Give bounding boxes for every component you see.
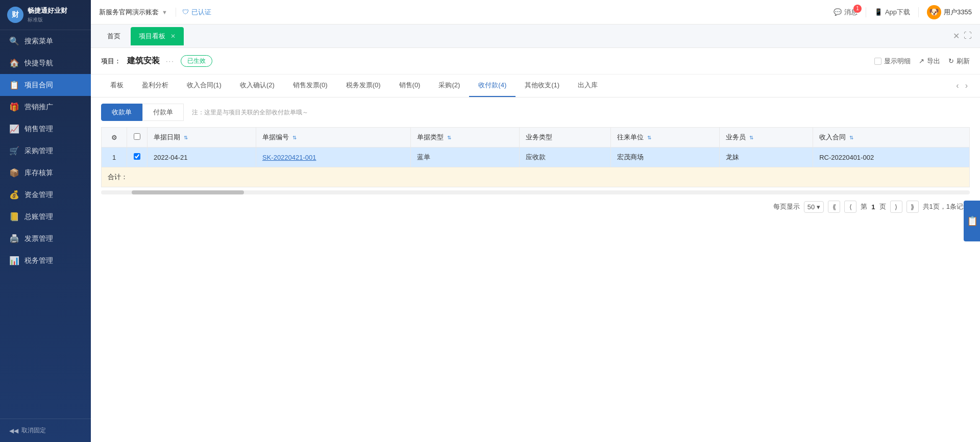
sub-tab-in-out[interactable]: 出入库 — [569, 75, 607, 97]
cart-icon: 🛒 — [9, 146, 19, 156]
first-page-button[interactable]: ⟪ — [828, 201, 840, 213]
scrollbar-thumb[interactable] — [132, 190, 244, 194]
tab-close-icon[interactable]: ✕ — [170, 33, 176, 40]
app-download-button[interactable]: 📱 App下载 — [874, 8, 910, 17]
btn-tab-receipt[interactable]: 收款单 — [101, 104, 142, 121]
sidebar-item-funds[interactable]: 💰 资金管理 — [0, 184, 91, 206]
sidebar-item-sales[interactable]: 📈 销售管理 — [0, 118, 91, 140]
avatar: 🐶 — [927, 5, 941, 19]
phone-icon: 📱 — [874, 8, 883, 16]
show-detail-checkbox[interactable] — [874, 58, 881, 65]
btn-tab-payment[interactable]: 付款单 — [142, 104, 184, 121]
gift-icon: 🎁 — [9, 102, 19, 112]
project-status-badge: 已生效 — [181, 55, 212, 67]
sidebar-item-label: 发票管理 — [24, 234, 53, 243]
export-button[interactable]: ↗ 导出 — [919, 57, 940, 66]
per-page-value: 50 — [807, 203, 815, 211]
sidebar-item-search[interactable]: 🔍 搜索菜单 — [0, 30, 91, 52]
unpin-button[interactable]: ◀◀ 取消固定 — [0, 419, 91, 442]
show-detail-label: 显示明细 — [884, 57, 911, 66]
sidebar-item-shortcut[interactable]: 🏠 快捷导航 — [0, 52, 91, 74]
cell-number[interactable]: SK-20220421-001 — [256, 148, 410, 167]
sidebar-item-inventory[interactable]: 📦 库存核算 — [0, 162, 91, 184]
sidebar-item-label: 搜索菜单 — [24, 37, 53, 46]
sidebar-item-label: 快捷导航 — [24, 59, 53, 68]
sub-tab-receipt[interactable]: 收付款(4) — [469, 75, 516, 97]
sidebar-item-contract[interactable]: 📋 项目合同 — [0, 74, 91, 96]
col-partner[interactable]: 往来单位 ⇅ — [611, 128, 720, 148]
sidebar-item-label: 库存核算 — [24, 168, 53, 178]
col-checkbox[interactable] — [127, 128, 148, 148]
per-page-select[interactable]: 50 ▾ — [804, 201, 824, 213]
sub-tab-next-icon[interactable]: › — [963, 79, 970, 92]
maximize-window-icon[interactable]: ⛶ — [964, 31, 972, 41]
refresh-label: 刷新 — [957, 57, 970, 66]
sort-salesperson-icon: ⇅ — [749, 135, 753, 140]
ledger-icon: 📒 — [9, 212, 19, 222]
refresh-button[interactable]: ↻ 刷新 — [948, 57, 970, 66]
printer-icon: 🖨️ — [9, 234, 19, 243]
per-page-label: 每页显示 — [773, 202, 800, 211]
account-selector[interactable]: 新服务官网演示账套 ▼ — [99, 8, 176, 17]
project-name: 建筑安装 — [127, 56, 160, 66]
per-page-arrow-icon: ▾ — [817, 203, 820, 211]
close-window-icon[interactable]: ✕ — [953, 31, 960, 41]
page-prefix: 第 — [861, 202, 867, 211]
show-detail-toggle[interactable]: 显示明细 — [874, 57, 911, 66]
col-number[interactable]: 单据编号 ⇅ — [256, 128, 410, 148]
export-icon: ↗ — [919, 57, 924, 65]
sidebar-item-purchase[interactable]: 🛒 采购管理 — [0, 140, 91, 162]
row-checkbox[interactable] — [134, 153, 140, 160]
last-page-button[interactable]: ⟫ — [906, 201, 919, 213]
sort-partner-icon: ⇅ — [647, 135, 651, 140]
cell-checkbox[interactable] — [127, 148, 148, 167]
certified-badge: 🛡 已认证 — [182, 8, 211, 17]
sub-tab-sales-invoice[interactable]: 销售发票(0) — [284, 75, 337, 97]
sub-tab-income-contract[interactable]: 收入合同(1) — [178, 75, 231, 97]
sub-tab-tax-invoice[interactable]: 税务发票(0) — [337, 75, 390, 97]
col-type[interactable]: 单据类型 ⇅ — [411, 128, 520, 148]
sub-tab-other-expense[interactable]: 其他收支(1) — [516, 75, 569, 97]
sidebar-item-marketing[interactable]: 🎁 营销推广 — [0, 96, 91, 118]
message-button[interactable]: 💬 消息 1 — [834, 8, 857, 17]
sub-tab-profit[interactable]: 盈利分析 — [133, 75, 178, 97]
sub-tab-purchase[interactable]: 采购(2) — [429, 75, 469, 97]
col-date[interactable]: 单据日期 ⇅ — [148, 128, 256, 148]
app-download-label: App下载 — [885, 8, 910, 17]
float-right-icon: 📋 — [966, 215, 977, 227]
sidebar-item-ledger[interactable]: 📒 总账管理 — [0, 206, 91, 228]
sidebar-item-tax[interactable]: 📊 税务管理 — [0, 250, 91, 272]
project-more-button[interactable]: ··· — [166, 57, 175, 65]
col-income-contract-label: 收入合同 — [819, 133, 846, 141]
sort-income-contract-icon: ⇅ — [849, 135, 853, 140]
sidebar-item-label: 营销推广 — [24, 103, 53, 112]
cell-salesperson: 龙妹 — [720, 148, 813, 167]
sub-tab-sales[interactable]: 销售(0) — [390, 75, 430, 97]
page-content: 项目： 建筑安装 ··· 已生效 显示明细 ↗ 导出 ↻ 刷新 — [91, 48, 980, 442]
receipt-number-link[interactable]: SK-20220421-001 — [262, 154, 316, 161]
user-profile[interactable]: 🐶 用户3355 — [927, 5, 972, 19]
cell-date: 2022-04-21 — [148, 148, 256, 167]
float-right-button[interactable]: 📋 — [964, 201, 980, 241]
next-page-button[interactable]: ⟩ — [890, 201, 902, 213]
tab-home[interactable]: 首页 — [99, 27, 129, 45]
settings-icon[interactable]: ⚙ — [111, 134, 117, 141]
page-suffix: 页 — [879, 202, 886, 211]
sub-tab-prev-icon[interactable]: ‹ — [954, 79, 961, 92]
col-type-label: 单据类型 — [417, 133, 444, 141]
select-all-checkbox[interactable] — [134, 133, 140, 140]
col-settings[interactable]: ⚙ — [102, 128, 127, 148]
table-row[interactable]: 1 2022-04-21 SK-20220421-001 蓝单 应收款 宏茂商场… — [102, 148, 970, 167]
project-prefix: 项目： — [101, 57, 121, 66]
col-income-contract[interactable]: 收入合同 ⇅ — [813, 128, 970, 148]
sidebar-item-invoice[interactable]: 🖨️ 发票管理 — [0, 228, 91, 250]
horizontal-scrollbar[interactable] — [101, 190, 970, 194]
cell-partner: 宏茂商场 — [611, 148, 720, 167]
project-actions: 显示明细 ↗ 导出 ↻ 刷新 — [874, 57, 970, 66]
tab-project-board[interactable]: 项目看板 ✕ — [131, 27, 184, 45]
prev-page-button[interactable]: ⟨ — [844, 201, 856, 213]
sub-tab-kanban[interactable]: 看板 — [101, 75, 133, 97]
sub-tab-income-confirm[interactable]: 收入确认(2) — [231, 75, 284, 97]
col-salesperson[interactable]: 业务员 ⇅ — [720, 128, 813, 148]
sidebar-item-label: 采购管理 — [24, 146, 53, 156]
